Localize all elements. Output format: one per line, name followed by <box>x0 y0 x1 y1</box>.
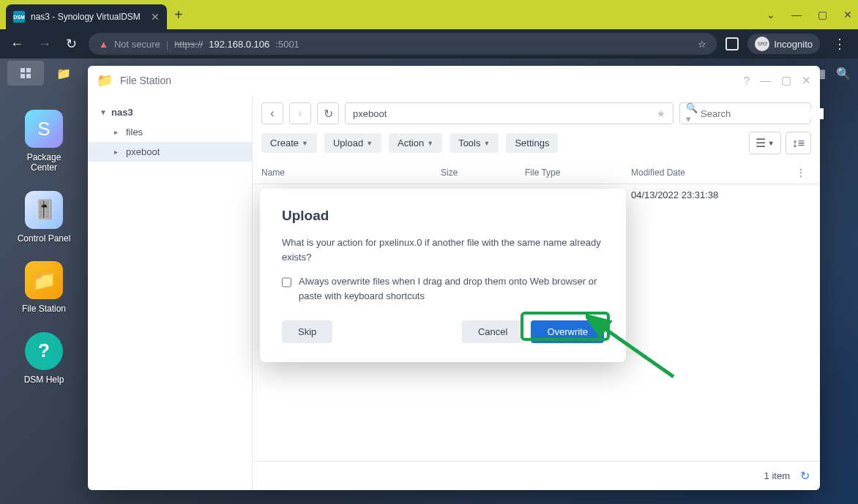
view-list-button[interactable]: ☰ ▼ <box>749 132 781 154</box>
view-sort-button[interactable]: ↕≡ <box>786 132 811 154</box>
col-menu-icon[interactable]: ⋮ <box>797 168 811 178</box>
close-icon[interactable]: ✕ <box>802 74 811 87</box>
dialog-title: Upload <box>282 208 604 224</box>
dsm-help-icon: ? <box>25 332 63 370</box>
tree-item-pxeboot[interactable]: ▸pxeboot <box>88 142 252 162</box>
maximize-icon[interactable]: ▢ <box>818 9 827 20</box>
minimize-icon[interactable]: — <box>760 74 771 87</box>
maximize-icon[interactable]: ▢ <box>781 74 791 87</box>
window-controls: ⌄ — ▢ ✕ <box>766 9 852 20</box>
table-header: Name Size File Type Modified Date ⋮ <box>253 162 820 184</box>
dock-label: Control Panel <box>18 233 71 244</box>
tree-root[interactable]: ▼nas3 <box>88 102 252 122</box>
bookmark-star-icon[interactable]: ☆ <box>698 39 706 50</box>
browser-menu-icon[interactable]: ⋮ <box>829 36 851 52</box>
browser-tab[interactable]: DSM nas3 - Synology VirtualDSM ✕ <box>6 4 167 29</box>
tab-close-icon[interactable]: ✕ <box>151 11 160 23</box>
close-icon[interactable]: ✕ <box>843 9 852 20</box>
folder-icon: 📁 <box>97 72 113 89</box>
app-launcher-button[interactable] <box>7 61 44 86</box>
incognito-badge[interactable]: 👓 Incognito <box>747 34 820 54</box>
skip-button[interactable]: Skip <box>282 320 332 343</box>
nav-forward-button[interactable]: › <box>289 102 311 124</box>
file-station-window: 📁 File Station ? — ▢ ✕ ▼nas3 ▸files ▸pxe… <box>88 66 820 490</box>
col-name[interactable]: Name <box>261 168 441 178</box>
dock-control-panel[interactable]: 🎚️ Control Panel <box>18 191 71 244</box>
control-panel-icon: 🎚️ <box>25 191 63 229</box>
nav-toolbar: ‹ › ↻ pxeboot ★ 🔍▾ <box>253 95 820 132</box>
browser-addressbar: ← → ↻ ▲ Not secure | https://192.168.0.1… <box>0 29 858 59</box>
favorite-star-icon[interactable]: ★ <box>657 108 665 119</box>
search-icon: 🔍▾ <box>686 102 698 124</box>
dialog-message: What is your action for pxelinux.0 if an… <box>282 236 604 264</box>
tools-button[interactable]: Tools▼ <box>449 133 499 153</box>
item-count: 1 item <box>764 470 790 481</box>
nav-reload-button[interactable]: ↻ <box>317 102 339 124</box>
window-title: File Station <box>120 75 171 86</box>
upload-dialog: Upload What is your action for pxelinux.… <box>260 189 626 362</box>
main-panel: ‹ › ↻ pxeboot ★ 🔍▾ Create▼ Upload▼ Act <box>253 95 820 490</box>
package-center-icon: S <box>25 110 63 148</box>
search-icon[interactable]: 🔍 <box>836 67 851 80</box>
folder-tree: ▼nas3 ▸files ▸pxeboot <box>88 95 253 490</box>
action-toolbar: Create▼ Upload▼ Action▼ Tools▼ Settings … <box>253 132 820 162</box>
dock-file-station[interactable]: 📁 File Station <box>22 261 66 314</box>
taskbar-filestation[interactable]: 📁 <box>45 61 82 86</box>
help-icon[interactable]: ? <box>744 74 750 87</box>
search-field[interactable]: 🔍▾ <box>679 102 811 124</box>
browser-titlebar: DSM nas3 - Synology VirtualDSM ✕ + ⌄ — ▢… <box>0 0 858 29</box>
dock-label: Package Center <box>27 152 61 173</box>
status-footer: 1 item ↻ <box>253 461 820 490</box>
checkbox-label: Always overwrite files when I drag and d… <box>299 274 604 303</box>
settings-button[interactable]: Settings <box>506 133 558 153</box>
tab-favicon: DSM <box>13 11 25 23</box>
url-port: :5001 <box>275 39 299 50</box>
checkbox-input[interactable] <box>282 277 291 288</box>
new-tab-button[interactable]: + <box>174 7 183 23</box>
extension-icon[interactable] <box>725 37 739 50</box>
search-input[interactable] <box>701 108 824 119</box>
file-station-icon: 📁 <box>25 261 63 299</box>
dock-label: DSM Help <box>24 375 64 385</box>
col-date[interactable]: Modified Date <box>631 168 797 178</box>
window-titlebar[interactable]: 📁 File Station ? — ▢ ✕ <box>88 66 820 95</box>
overwrite-button[interactable]: Overwrite <box>531 320 604 343</box>
dock-package-center[interactable]: S Package Center <box>25 110 63 173</box>
desktop-dock: S Package Center 🎚️ Control Panel 📁 File… <box>0 95 88 385</box>
cancel-button[interactable]: Cancel <box>462 320 523 343</box>
url-field[interactable]: ▲ Not secure | https://192.168.0.106:500… <box>89 33 717 55</box>
not-secure-label: Not secure <box>114 39 160 50</box>
dsm-desktop: 📁 💬 👤 ▦ 🔍 S Package Center 🎚️ Control Pa… <box>0 59 858 504</box>
forward-button[interactable]: → <box>35 34 54 55</box>
incognito-icon: 👓 <box>755 37 769 51</box>
upload-button[interactable]: Upload▼ <box>324 133 381 153</box>
dock-dsm-help[interactable]: ? DSM Help <box>24 332 64 385</box>
minimize-icon[interactable]: — <box>791 9 802 20</box>
dock-label: File Station <box>22 304 66 314</box>
action-button[interactable]: Action▼ <box>389 133 442 153</box>
url-host: 192.168.0.106 <box>209 39 269 50</box>
always-overwrite-checkbox[interactable]: Always overwrite files when I drag and d… <box>282 274 604 303</box>
reload-button[interactable]: ↻ <box>63 33 80 55</box>
nav-back-button[interactable]: ‹ <box>261 102 283 124</box>
incognito-label: Incognito <box>774 39 813 50</box>
tab-title: nas3 - Synology VirtualDSM <box>31 12 141 22</box>
breadcrumb: pxeboot <box>353 108 387 119</box>
tree-item-files[interactable]: ▸files <box>88 122 252 142</box>
not-secure-icon: ▲ <box>99 39 108 50</box>
breadcrumb-field[interactable]: pxeboot ★ <box>345 102 674 124</box>
footer-reload-icon[interactable]: ↻ <box>800 469 810 483</box>
col-type[interactable]: File Type <box>525 168 631 178</box>
back-button[interactable]: ← <box>7 34 26 55</box>
col-size[interactable]: Size <box>441 168 525 178</box>
url-protocol: https:// <box>174 39 203 50</box>
create-button[interactable]: Create▼ <box>261 133 317 153</box>
chevron-down-icon[interactable]: ⌄ <box>766 9 775 20</box>
